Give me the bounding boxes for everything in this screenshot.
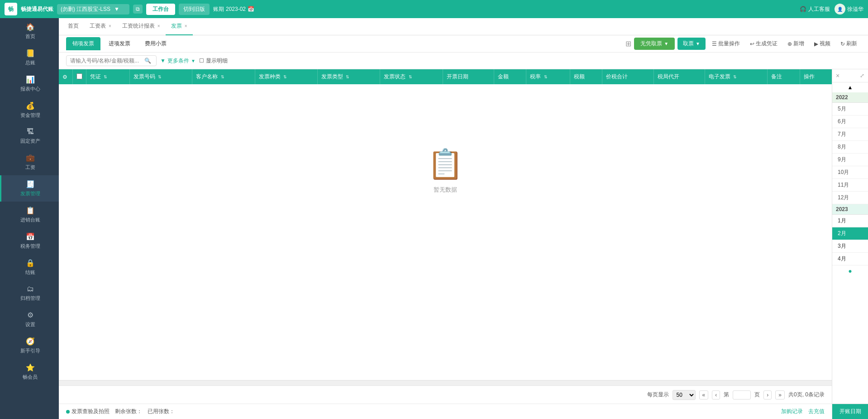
sidebar-item-tax[interactable]: 📅 税务管理: [0, 228, 59, 254]
month-2022-08[interactable]: 8月: [832, 141, 868, 154]
select-all-checkbox[interactable]: [76, 73, 82, 79]
tab-home[interactable]: 首页: [62, 18, 84, 35]
col-tax-code: 税局代开: [653, 69, 705, 84]
sort-icon5[interactable]: ⇅: [346, 75, 349, 79]
prev-page-btn[interactable]: ‹: [712, 390, 720, 400]
month-2022-07[interactable]: 7月: [832, 128, 868, 141]
batch-ops-btn[interactable]: ☰ 批量操作: [708, 38, 744, 50]
sidebar-item-ledger[interactable]: 📒 总账: [0, 44, 59, 71]
sort-icon2[interactable]: ⇅: [158, 75, 162, 79]
workspace-button[interactable]: 工作台: [146, 4, 175, 15]
col-checkbox[interactable]: [72, 69, 86, 84]
scroll-down-btn[interactable]: ●: [832, 265, 868, 276]
first-page-btn[interactable]: «: [699, 390, 709, 400]
month-2023-01[interactable]: 1月: [832, 215, 868, 227]
sidebar-item-invoice-mgmt[interactable]: 🧾 发票管理: [0, 175, 59, 202]
month-2022-11[interactable]: 11月: [832, 179, 868, 192]
tab-salary[interactable]: 工资表 ×: [84, 18, 117, 35]
empty-illustration: 📋: [427, 147, 463, 181]
sidebar-item-home[interactable]: 🏠 首页: [0, 18, 59, 44]
sub-tab-purchase[interactable]: 进项发票: [102, 37, 137, 50]
tab-close-invoice[interactable]: ×: [185, 24, 187, 29]
gen-voucher-btn[interactable]: ↩ 生成凭证: [746, 38, 781, 50]
month-2023-03[interactable]: 3月: [832, 240, 868, 253]
get-ticket-btn[interactable]: 取票 ▼: [677, 38, 706, 50]
sub-tabs: 销项发票 进项发票 费用小票 ⊞ 无凭取票 ▼ 取票 ▼: [59, 35, 868, 53]
salary-icon: 💼: [26, 154, 35, 162]
sidebar-item-close[interactable]: 🔒 结账: [0, 254, 59, 280]
settings-icon: ⚙: [27, 311, 33, 319]
col-e-invoice: 电子发票 ⇅: [705, 69, 767, 84]
per-page-select[interactable]: 50 100 200: [672, 390, 696, 400]
month-2022-10[interactable]: 10月: [832, 166, 868, 179]
last-page-btn[interactable]: »: [775, 390, 785, 400]
sidebar: 🏠 首页 📒 总账 📊 报表中心 💰 资金管理 🏗 固定资产 💼 工资 🧾 发票…: [0, 18, 59, 419]
next-page-btn[interactable]: ›: [763, 390, 772, 400]
sidebar-item-salary[interactable]: 💼 工资: [0, 149, 59, 175]
user-avatar: 👤: [835, 4, 845, 14]
tab-invoice[interactable]: 发票 ×: [166, 18, 193, 35]
add-new-btn[interactable]: ⊕ 新增: [784, 38, 808, 50]
month-2022-09[interactable]: 9月: [832, 154, 868, 166]
sidebar-item-archive[interactable]: 🗂 归档管理: [0, 280, 59, 306]
tab-close-salary[interactable]: ×: [109, 24, 111, 29]
tab-close-salary-report[interactable]: ×: [157, 24, 160, 29]
month-2023-02[interactable]: 2月: [832, 227, 868, 240]
sort-icon[interactable]: ⇅: [104, 75, 107, 79]
main-layout: 🏠 首页 📒 总账 📊 报表中心 💰 资金管理 🏗 固定资产 💼 工资 🧾 发票…: [0, 18, 868, 419]
month-2022-06[interactable]: 6月: [832, 116, 868, 128]
col-amount: 金额: [494, 69, 526, 84]
sort-icon8[interactable]: ⇅: [733, 75, 737, 79]
purchase-record-link[interactable]: 加购记录: [781, 408, 803, 415]
add-icon: ⊕: [787, 41, 792, 47]
grid-view-icon[interactable]: ⊞: [625, 39, 631, 48]
sidebar-item-guide[interactable]: 🧭 新手引导: [0, 332, 59, 359]
pagination-bar: 每页显示 50 100 200 « ‹ 第 1 页 › » 共0页, 0: [59, 385, 832, 404]
sidebar-item-member[interactable]: ⭐ 畅会员: [0, 359, 59, 385]
col-settings[interactable]: ⚙: [59, 69, 72, 84]
refresh-btn[interactable]: ↻ 刷新: [837, 38, 861, 50]
calendar-icon[interactable]: 📅: [248, 6, 254, 12]
chevron-up-icon: ▲: [848, 84, 853, 91]
switch-version-button[interactable]: 切到旧版: [179, 4, 210, 15]
horizontal-scrollbar[interactable]: [59, 380, 832, 385]
month-2023-04[interactable]: 4月: [832, 253, 868, 265]
no-voucher-btn[interactable]: 无凭取票 ▼: [634, 38, 675, 50]
close-date-panel-btn[interactable]: ×: [836, 72, 839, 79]
video-btn[interactable]: ▶ 视频: [811, 38, 834, 50]
sidebar-item-report[interactable]: 📊 报表中心: [0, 71, 59, 97]
sub-tab-expense[interactable]: 费用小票: [138, 37, 173, 50]
maximize-date-panel-btn[interactable]: ⤢: [860, 72, 864, 79]
fixed-assets-icon: 🏗: [27, 128, 34, 136]
sort-icon4[interactable]: ⇅: [283, 75, 287, 79]
sort-icon3[interactable]: ⇅: [221, 75, 224, 79]
user-profile-btn[interactable]: 👤 徐溢华: [835, 4, 863, 14]
tab-salary-report[interactable]: 工资统计报表 ×: [117, 18, 166, 35]
search-box: 🔍: [66, 55, 157, 66]
sidebar-item-fixed-assets[interactable]: 🏗 固定资产: [0, 123, 59, 149]
col-customer: 客户名称 ⇅: [192, 69, 255, 84]
status-dot: [66, 410, 70, 414]
col-tax-total: 价税合计: [602, 69, 653, 84]
sub-tab-sales[interactable]: 销项发票: [66, 37, 100, 50]
sidebar-item-settings[interactable]: ⚙ 设置: [0, 306, 59, 332]
month-2022-12[interactable]: 12月: [832, 192, 868, 204]
recharge-link[interactable]: 去充值: [808, 408, 825, 415]
search-icon[interactable]: 🔍: [144, 58, 151, 64]
copy-icon-button[interactable]: ⧉: [133, 5, 143, 14]
month-2022-05[interactable]: 5月: [832, 103, 868, 116]
sidebar-item-fund[interactable]: 💰 资金管理: [0, 97, 59, 123]
search-input[interactable]: [70, 58, 143, 64]
sort-icon6[interactable]: ⇅: [409, 75, 412, 79]
open-period-btn[interactable]: 开账日期: [832, 404, 868, 419]
show-detail-checkbox[interactable]: ☐ 显示明细: [199, 57, 228, 65]
remaining-count: 剩余张数：: [115, 408, 142, 415]
scroll-up-btn[interactable]: ▲: [832, 82, 868, 92]
page-input[interactable]: 1: [733, 390, 751, 400]
company-selector[interactable]: (勿删) 江西股宝-LSS ▼: [57, 4, 129, 14]
sidebar-item-sales-ledger[interactable]: 📋 进销台账: [0, 202, 59, 228]
more-filter-btn[interactable]: ▼ 更多条件 ▼: [160, 57, 196, 65]
sort-icon7[interactable]: ⇅: [544, 75, 548, 79]
customer-service-btn[interactable]: 🎧 人工客服: [800, 5, 830, 13]
year-2023: 2023: [832, 204, 868, 215]
